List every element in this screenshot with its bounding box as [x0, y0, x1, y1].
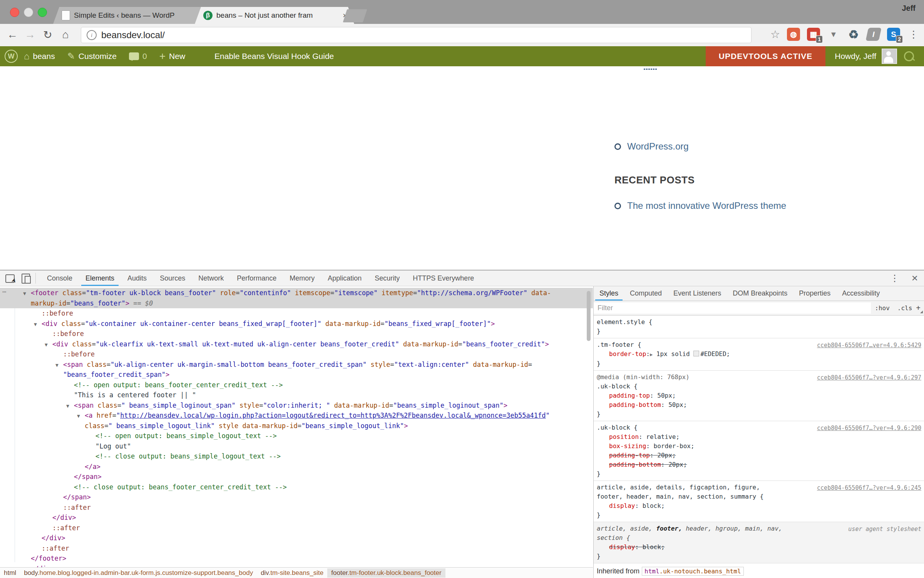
new-style-rule-button[interactable]: + [916, 304, 921, 313]
gutter-ellipsis[interactable]: … [2, 286, 6, 294]
elements-tree-row[interactable]: </div> [0, 533, 593, 543]
sidebar-tab-computed[interactable]: Computed [624, 286, 668, 301]
admin-bar-comments[interactable]: 0 [129, 52, 147, 61]
elements-tree-row[interactable]: <!-- open output: beans_footer_center_cr… [0, 380, 593, 390]
elements-tree-row[interactable]: </div [0, 564, 593, 568]
elements-tree-row[interactable]: <!-- close output: beans_footer_center_c… [0, 482, 593, 492]
expand-arrow-icon[interactable]: ▼ [77, 411, 85, 422]
browser-tab-beans-site[interactable]: β beans – Not just another fram × [195, 7, 354, 24]
close-window-button[interactable] [10, 8, 19, 17]
chrome-profile-name[interactable]: Jeff [902, 4, 916, 13]
url-text[interactable]: beansdev.local/ [101, 30, 165, 40]
css-rule-user-agent[interactable]: user agent stylesheetarticle, aside, foo… [594, 522, 924, 563]
elements-tree-row[interactable]: class=" beans_simple_logout_link" style … [0, 421, 593, 431]
elements-tree-row[interactable]: ▼<span class=" beans_simple_loginout_spa… [0, 400, 593, 411]
sidebar-tab-styles[interactable]: Styles [594, 286, 624, 301]
css-declaration[interactable]: padding-top: 20px; [597, 451, 921, 460]
expand-arrow-icon[interactable]: ▼ [66, 401, 74, 412]
admin-bar-customize[interactable]: ✎ Customize [67, 51, 117, 62]
zoom-window-button[interactable] [38, 8, 47, 17]
css-declaration[interactable]: display: block; [597, 501, 921, 511]
expand-arrow-icon[interactable]: ▼ [23, 289, 31, 299]
wordpress-logo-icon[interactable]: W [5, 50, 18, 63]
minimize-window-button[interactable] [24, 8, 33, 17]
css-declaration[interactable]: padding-bottom: 50px; [597, 400, 921, 410]
elements-tree-row[interactable]: ::after [0, 502, 593, 513]
home-icon[interactable]: ⌂ [59, 29, 72, 41]
elements-tree-row[interactable]: </div> [0, 512, 593, 523]
elements-tree-row[interactable]: ::before [0, 349, 593, 360]
devtools-tab-security[interactable]: Security [368, 271, 406, 286]
extension-icon-2[interactable]: ▦ 1 [807, 28, 820, 41]
breadcrumb-item-body[interactable]: body.home.blog.logged-in.admin-bar.uk-fo… [20, 568, 257, 578]
stylesheet-source-link[interactable]: cceb804-65506f7…?ver=4.9.6:297 [817, 373, 921, 382]
elements-tree-row[interactable]: <!-- open output: beans_simple_logout_te… [0, 431, 593, 441]
elements-tree-row[interactable]: </span> [0, 492, 593, 502]
color-swatch[interactable] [693, 351, 699, 356]
stylesheet-source-link[interactable]: cceb804-65506f7…ver=4.9.6:5429 [817, 341, 921, 350]
expand-arrow-icon[interactable]: ▼ [45, 340, 52, 350]
breadcrumb-item-div[interactable]: div.tm-site.beans_site [257, 568, 327, 578]
admin-bar-howdy[interactable]: Howdy, Jeff [835, 52, 876, 61]
devtools-tab-performance[interactable]: Performance [230, 271, 283, 286]
elements-tree-row[interactable]: ::after [0, 543, 593, 554]
admin-bar-new[interactable]: + New [159, 50, 185, 62]
extension-icon-s[interactable]: S 2 [887, 28, 900, 41]
expand-arrow-icon[interactable]: ▼ [55, 360, 63, 371]
browser-tab-wordpress-admin[interactable]: Simple Edits ‹ beans — WordP × [53, 7, 209, 24]
elements-tree-row[interactable]: ::before [0, 308, 593, 319]
elements-tree-row[interactable]: "beans_footer_credit_span"> [0, 370, 593, 380]
styles-filter-input[interactable]: Filter [594, 302, 871, 314]
device-toolbar-icon[interactable] [21, 274, 31, 283]
elements-tree-row[interactable]: "Log out" [0, 441, 593, 452]
devtools-tab-network[interactable]: Network [192, 271, 230, 286]
elements-tree-row[interactable]: </span> [0, 472, 593, 482]
css-declaration[interactable]: padding-top: 50px; [597, 391, 921, 400]
reload-icon[interactable]: ↻ [41, 29, 55, 41]
elements-tree-row[interactable]: ▼<a href="http://beansdev.local/wp-login… [0, 410, 593, 421]
elements-scrollbar[interactable] [587, 291, 591, 341]
back-icon[interactable]: ← [5, 29, 19, 41]
inspect-element-icon[interactable]: ➤ [5, 274, 15, 283]
inherited-node-link[interactable]: html.uk-notouch.beans_html [642, 567, 743, 576]
devtools-tab-sources[interactable]: Sources [153, 271, 192, 286]
extension-icon-funnel[interactable]: ▼ [827, 28, 840, 41]
elements-tree-row[interactable]: ::after [0, 523, 593, 533]
chrome-menu-icon[interactable]: ⋮ [909, 29, 919, 40]
wordpress-org-link[interactable]: WordPress.org [627, 141, 689, 152]
elements-tree-row[interactable]: ▼<span class="uk-align-center uk-margin-… [0, 360, 593, 370]
elements-tree-row[interactable]: ▼<div class="uk-container uk-container-c… [0, 319, 593, 329]
breadcrumb-item-html[interactable]: html [0, 568, 20, 578]
devtools-tab-elements[interactable]: Elements [79, 271, 121, 286]
elements-tree-row[interactable]: </footer> [0, 553, 593, 564]
css-rule[interactable]: element.style {} [594, 316, 924, 338]
updevtools-active-badge[interactable]: UPDEVTOOLS ACTIVE [706, 46, 825, 66]
sidebar-tab-properties[interactable]: Properties [793, 286, 836, 301]
css-rule[interactable]: cceb804-65506f7…ver=4.9.6:5429.tm-footer… [594, 338, 924, 371]
elements-tree-row[interactable]: ▼<footer class="tm-footer uk-block beans… [0, 288, 593, 298]
stylesheet-source-link[interactable]: cceb804-65506f7…?ver=4.9.6:245 [817, 483, 921, 492]
css-declaration[interactable]: position: relative; [597, 432, 921, 442]
sidebar-tab-dom-breakpoints[interactable]: DOM Breakpoints [727, 286, 793, 301]
elements-tree-row[interactable]: ▼<div class="uk-clearfix uk-text-small u… [0, 339, 593, 349]
admin-bar-site-name[interactable]: ⌂ beans [24, 51, 55, 62]
admin-bar-hook-guide[interactable]: Enable Beans Visual Hook Guide [214, 52, 334, 61]
devtools-tab-memory[interactable]: Memory [283, 271, 321, 286]
css-rule[interactable]: cceb804-65506f7…?ver=4.9.6:245article, a… [594, 481, 924, 522]
expand-arrow-icon[interactable]: ▼ [34, 319, 42, 330]
new-tab-button[interactable] [343, 9, 367, 22]
extension-icon-recycle[interactable]: ♻ [847, 28, 860, 41]
css-declaration[interactable]: padding-bottom: 20px; [597, 460, 921, 469]
elements-tree-row[interactable]: </a> [0, 462, 593, 472]
extension-icon-label[interactable]: I [865, 28, 881, 41]
toggle-hover-state-button[interactable]: :hov [875, 304, 890, 312]
bookmark-star-icon[interactable]: ☆ [770, 28, 780, 41]
breadcrumb-item-footer[interactable]: footer.tm-footer.uk-block.beans_footer [327, 568, 445, 578]
sidebar-tab-accessibility[interactable]: Accessibility [836, 286, 886, 301]
extension-icon-1[interactable]: ◍ [787, 28, 800, 41]
user-avatar[interactable] [882, 49, 897, 64]
stylesheet-source-link[interactable]: cceb804-65506f7…?ver=4.9.6:290 [817, 423, 921, 433]
devtools-tab-console[interactable]: Console [40, 271, 79, 286]
toggle-class-button[interactable]: .cls [897, 304, 912, 312]
address-bar[interactable]: i beansdev.local/ [81, 27, 752, 43]
